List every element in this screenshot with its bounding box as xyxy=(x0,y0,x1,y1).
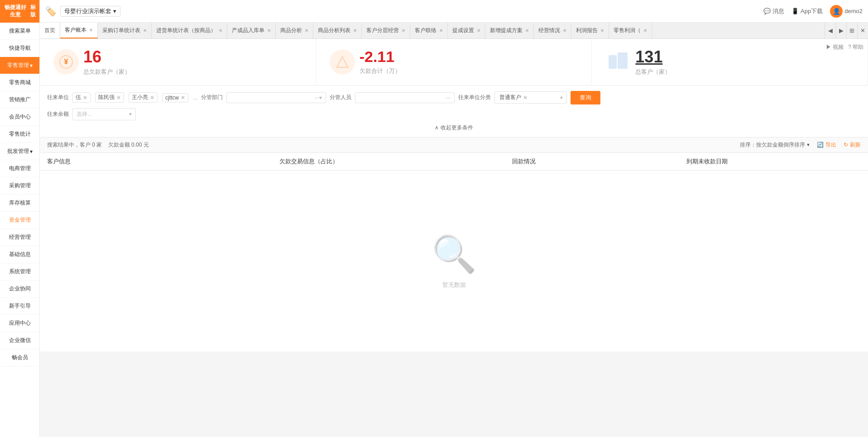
tab-close-new-commission[interactable]: ✕ xyxy=(525,28,529,33)
tab-close-product-list[interactable]: ✕ xyxy=(353,28,357,33)
sidebar-item-beginner-guide[interactable]: 新手引导 xyxy=(0,298,39,315)
tab-product-list[interactable]: 商品分析列表 ✕ xyxy=(313,23,362,38)
filter-balance-select[interactable]: 选择... ▾ xyxy=(72,108,136,120)
col-due-date: 到期未收款日期 xyxy=(686,157,861,166)
tab-profit-report[interactable]: 利润报告 ✕ xyxy=(571,23,609,38)
tab-purchase-order[interactable]: 采购订单统计表 ✕ xyxy=(98,23,152,38)
help-icon: ? xyxy=(848,44,851,50)
filter-unit-class-close[interactable]: ✕ xyxy=(523,95,528,101)
tab-close-product-analysis[interactable]: ✕ xyxy=(305,28,308,33)
filter-more-tags[interactable]: ... xyxy=(193,95,197,101)
tabbar: 首页 客户账本 ✕ 采购订单统计表 ✕ 进货单统计表（按商品） ✕ 产成品入库单… xyxy=(40,23,868,39)
tab-close-operation-status[interactable]: ✕ xyxy=(563,28,566,33)
sort-arrow-icon: ▾ xyxy=(807,142,810,148)
table-header: 客户信息 欠款交易信息（占比） 回款情况 到期未收款日期 xyxy=(40,153,868,171)
sidebar-item-wholesale-mgmt[interactable]: 批发管理 ▾ xyxy=(0,143,39,160)
tab-close-finished-product[interactable]: ✕ xyxy=(267,28,271,33)
sidebar: 畅捷通好生意 标版 搜索菜单 快捷导航 零售管理 ▾ 零售商城 营销推广 会员中… xyxy=(0,0,40,437)
tab-home[interactable]: 首页 xyxy=(40,23,60,38)
tab-close-customer-book[interactable]: ✕ xyxy=(89,28,93,33)
sidebar-item-enterprise-collab[interactable]: 企业协同 xyxy=(0,280,39,298)
filter-tag-wu-close[interactable]: ✕ xyxy=(83,95,87,101)
tab-new-commission[interactable]: 新增提成方案 ✕ xyxy=(485,23,534,38)
tab-finished-product[interactable]: 产成品入库单 ✕ xyxy=(227,23,276,38)
tabbar-arrows: ◀ ▶ ⊞ ✕ xyxy=(825,23,868,38)
query-button[interactable]: 查询 xyxy=(571,91,600,104)
filter-dept-select[interactable]: ··· ▾ xyxy=(226,92,326,103)
stat-label-debt-amount: 欠款合计（万） xyxy=(360,67,401,75)
app-download-button[interactable]: 📱 App下载 xyxy=(791,7,823,15)
sidebar-item-marketing[interactable]: 营销推广 xyxy=(0,91,39,109)
sidebar-item-purchase-mgmt[interactable]: 采购管理 xyxy=(0,177,39,195)
tab-customer-book[interactable]: 客户账本 ✕ xyxy=(60,23,98,38)
dept-dots: ··· xyxy=(315,95,319,101)
filter-tag-cjttcw-close[interactable]: ✕ xyxy=(181,95,185,101)
tab-close-purchase-order[interactable]: ✕ xyxy=(143,28,147,33)
empty-state: 🔍 暂无数据 xyxy=(404,206,504,316)
sidebar-item-wechat-enterprise[interactable]: 企业微信 xyxy=(0,332,39,349)
filter-tag-chenminqiang: 陈民强 ✕ xyxy=(95,92,124,103)
account-switcher[interactable]: 母婴行业演示帐套 ▾ xyxy=(60,6,120,17)
filter-unit-class-select[interactable]: 普通客户 ✕ ▾ xyxy=(494,91,567,104)
tab-close-customer-contact[interactable]: ✕ xyxy=(439,28,443,33)
tab-close-commission-setting[interactable]: ✕ xyxy=(477,28,480,33)
table-body: 🔍 暂无数据 xyxy=(40,171,868,352)
message-button[interactable]: 💬 消息 xyxy=(763,7,784,15)
sidebar-item-basic-info[interactable]: 基础信息 xyxy=(0,246,39,263)
export-button[interactable]: 🔄 导出 xyxy=(817,141,836,149)
refresh-icon: 🔄 xyxy=(817,142,824,148)
tab-close-customer-segment[interactable]: ✕ xyxy=(402,28,405,33)
sidebar-item-app-center[interactable]: 应用中心 xyxy=(0,315,39,332)
phone-icon: 📱 xyxy=(791,8,799,14)
help-link[interactable]: ? 帮助 xyxy=(848,43,863,51)
tab-purchase-stats[interactable]: 进货单统计表（按商品） ✕ xyxy=(152,23,227,38)
sidebar-item-ecommerce-mgmt[interactable]: 电商管理 xyxy=(0,160,39,177)
tab-commission-setting[interactable]: 提成设置 ✕ xyxy=(448,23,485,38)
tab-close-all[interactable]: ✕ xyxy=(857,23,868,39)
sidebar-item-retail-mall[interactable]: 零售商城 xyxy=(0,74,39,91)
filter-unit-class-label: 往来单位分类 xyxy=(458,94,491,101)
sidebar-item-member-center[interactable]: 会员中心 xyxy=(0,109,39,126)
results-summary: 搜索结果中，客户 0 家 欠款金额 0.00 元 xyxy=(47,141,149,149)
filter-tag-wangxiaoliang-close[interactable]: ✕ xyxy=(150,95,154,101)
svg-rect-4 xyxy=(618,52,628,69)
refresh-button[interactable]: ↻ 刷新 xyxy=(844,141,861,149)
sidebar-item-system-mgmt[interactable]: 系统管理 xyxy=(0,263,39,280)
tab-retail-profit[interactable]: 零售利润（ ✕ xyxy=(609,23,652,38)
sidebar-item-retail-stats[interactable]: 零售统计 xyxy=(0,126,39,143)
filter-people-select[interactable]: ··· xyxy=(355,92,455,103)
stat-label-debt-customers: 总欠款客户（家） xyxy=(83,68,130,76)
svg-rect-3 xyxy=(609,55,617,69)
filter-collapse-button[interactable]: ∧ 收起更多条件 xyxy=(47,124,861,132)
tab-product-analysis[interactable]: 商品分析 ✕ xyxy=(276,23,313,38)
tab-operation-status[interactable]: 经营情况 ✕ xyxy=(534,23,571,38)
tab-customer-segment[interactable]: 客户分层经营 ✕ xyxy=(362,23,410,38)
sidebar-item-inventory[interactable]: 库存核算 xyxy=(0,195,39,212)
tab-close-purchase-stats[interactable]: ✕ xyxy=(219,28,222,33)
video-link[interactable]: ▶ 视频 xyxy=(826,43,844,51)
user-avatar[interactable]: 👤 demo2 xyxy=(830,5,863,18)
sort-label: 排序：按欠款金额倒序排序 xyxy=(740,141,805,149)
tab-scroll-left[interactable]: ◀ xyxy=(825,23,835,39)
balance-arrow-icon: ▾ xyxy=(129,111,132,117)
filter-balance-label: 往来余额 xyxy=(47,110,69,118)
tab-scroll-right[interactable]: ▶ xyxy=(835,23,846,39)
filter-tag-wu: 伍 ✕ xyxy=(72,92,91,103)
sidebar-item-operation-mgmt[interactable]: 经营管理 xyxy=(0,229,39,246)
filter-unit-class-tag: 普通客户 ✕ xyxy=(499,94,528,101)
filter-unit-label: 往来单位 xyxy=(47,94,69,101)
sort-select[interactable]: 排序：按欠款金额倒序排序 ▾ xyxy=(740,141,810,149)
sidebar-item-chang-member[interactable]: 畅会员 xyxy=(0,349,39,366)
unit-class-arrow-icon: ▾ xyxy=(560,95,563,101)
filter-tag-chenminqiang-close[interactable]: ✕ xyxy=(116,95,121,101)
sidebar-item-finance-mgmt[interactable]: 资金管理 xyxy=(0,212,39,229)
tab-expand[interactable]: ⊞ xyxy=(846,23,857,39)
tab-close-retail-profit[interactable]: ✕ xyxy=(643,28,647,33)
stat-card-debt-customers: ¥ 16 总欠款客户（家） xyxy=(40,39,316,85)
sidebar-item-search-menu[interactable]: 搜索菜单 xyxy=(0,23,39,40)
tab-close-profit-report[interactable]: ✕ xyxy=(600,28,604,33)
sidebar-item-quick-nav[interactable]: 快捷导航 xyxy=(0,40,39,57)
tab-customer-contact[interactable]: 客户联络 ✕ xyxy=(410,23,448,38)
sidebar-item-retail-mgmt[interactable]: 零售管理 ▾ xyxy=(0,57,39,74)
export-icon: ↻ xyxy=(844,142,848,148)
